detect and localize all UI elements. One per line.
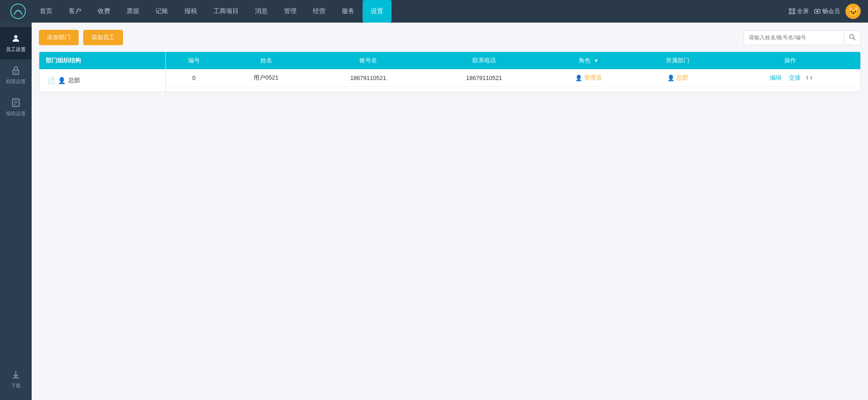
dept-file-icon: 📄 <box>47 77 55 84</box>
transfer-button[interactable]: 交接 <box>789 74 801 81</box>
search-input[interactable] <box>744 32 844 43</box>
col-id: 编号 <box>166 52 222 69</box>
fullscreen-icon <box>789 8 795 14</box>
sidebar-item-download[interactable]: 下载 <box>9 363 23 395</box>
fullscreen-button[interactable]: 全屏 <box>789 7 809 15</box>
nav-home[interactable]: 首页 <box>32 0 61 23</box>
logo <box>5 0 32 23</box>
top-nav: 首页 客户 收费 票据 记账 报税 工商项目 消息 管理 经营 服务 设置 全屏 <box>0 0 868 23</box>
sidebar-item-employee[interactable]: 员工设置 <box>0 27 32 59</box>
dept-tree: 部门组织结构 📄 👤 总部 <box>39 52 166 92</box>
sidebar-download-label: 下载 <box>11 382 21 389</box>
nav-tax[interactable]: 报税 <box>176 0 205 23</box>
nav-fee[interactable]: 收费 <box>90 0 118 23</box>
svg-point-6 <box>816 10 818 12</box>
svg-rect-2 <box>793 9 795 10</box>
row-scroll-arrows: ⬆⬇ <box>805 75 813 80</box>
sidebar-bottom: 下载 <box>9 363 23 395</box>
employee-icon <box>11 33 21 43</box>
cell-role: 👤 管理员 <box>542 69 635 87</box>
col-name: 姓名 <box>222 52 310 69</box>
svg-line-15 <box>853 38 855 40</box>
dept-user-icon-row: 👤 <box>667 75 675 81</box>
role-user-icon: 👤 <box>575 75 582 81</box>
col-role: 角色 ▼ <box>542 52 635 69</box>
nav-message[interactable]: 消息 <box>247 0 276 23</box>
nav-bookkeeping[interactable]: 记账 <box>147 0 176 23</box>
cell-phone: 18679110521 <box>426 69 542 87</box>
cell-dept: 👤 总部 <box>635 69 720 87</box>
col-account: 账号名 <box>310 52 426 69</box>
dept-tree-item-general[interactable]: 📄 👤 总部 <box>44 74 161 87</box>
nav-business[interactable]: 工商项目 <box>205 0 247 23</box>
fullscreen-label: 全屏 <box>797 7 809 15</box>
nav-customer[interactable]: 客户 <box>61 0 90 23</box>
employee-data-table: 编号 姓名 账号名 联系电话 角色 ▼ 所属部门 操作 <box>166 52 860 87</box>
member-button[interactable]: 畅会员 <box>814 7 840 15</box>
dept-tree-body: 📄 👤 总部 <box>39 69 165 92</box>
role-badge: 👤 管理员 <box>547 74 630 82</box>
employee-table: 编号 姓名 账号名 联系电话 角色 ▼ 所属部门 操作 <box>166 52 860 92</box>
download-icon <box>11 370 21 380</box>
permission-icon <box>11 66 21 75</box>
user-avatar[interactable]: 🐱 <box>845 4 861 19</box>
svg-rect-3 <box>789 12 791 14</box>
nav-invoice[interactable]: 票据 <box>118 0 147 23</box>
cell-account: 18679110521 <box>310 69 426 87</box>
nav-operation[interactable]: 经营 <box>305 0 334 23</box>
nav-settings[interactable]: 设置 <box>363 0 392 23</box>
col-action: 操作 <box>720 52 860 69</box>
table-row: 0 用户0521 18679110521 18679110521 👤 管理员 <box>166 69 860 87</box>
toolbar: 添加部门 添加员工 <box>39 30 861 45</box>
sidebar-tax-label: 报税设置 <box>6 110 26 117</box>
nav-right: 全屏 畅会员 🐱 <box>789 4 861 19</box>
member-label: 畅会员 <box>822 7 840 15</box>
col-phone: 联系电话 <box>426 52 542 69</box>
search-button[interactable] <box>844 31 860 45</box>
col-dept: 所属部门 <box>635 52 720 69</box>
sidebar-permission-label: 权限设置 <box>6 78 26 85</box>
sidebar: 员工设置 权限设置 报税设置 <box>0 23 32 400</box>
cell-id: 0 <box>166 69 222 87</box>
dept-badge: 👤 总部 <box>641 74 715 82</box>
content-area: 添加部门 添加员工 部门组织结构 📄 👤 <box>32 23 868 400</box>
table-container: 部门组织结构 📄 👤 总部 编号 姓名 账号名 <box>39 52 861 92</box>
sidebar-item-permission[interactable]: 权限设置 <box>0 59 32 91</box>
cell-actions: 编辑 交接 ⬆⬇ <box>720 69 860 87</box>
dept-user-icon: 👤 <box>58 77 66 84</box>
svg-rect-4 <box>793 12 795 14</box>
table-body: 0 用户0521 18679110521 18679110521 👤 管理员 <box>166 69 860 87</box>
search-box <box>744 30 861 45</box>
role-filter-icon[interactable]: ▼ <box>594 58 599 63</box>
member-icon <box>814 8 821 14</box>
dept-tree-header: 部门组织结构 <box>39 52 165 69</box>
logo-icon <box>10 3 26 19</box>
nav-service[interactable]: 服务 <box>334 0 363 23</box>
edit-button[interactable]: 编辑 <box>770 74 782 81</box>
svg-point-9 <box>15 71 17 73</box>
nav-items: 首页 客户 收费 票据 记账 报税 工商项目 消息 管理 经营 服务 设置 <box>32 0 789 23</box>
tax-icon <box>11 98 21 108</box>
svg-point-0 <box>11 4 25 19</box>
cell-name: 用户0521 <box>222 69 310 87</box>
sidebar-employee-label: 员工设置 <box>6 46 26 53</box>
search-icon <box>849 33 856 41</box>
add-dept-button[interactable]: 添加部门 <box>39 30 79 45</box>
table-header-row: 编号 姓名 账号名 联系电话 角色 ▼ 所属部门 操作 <box>166 52 860 69</box>
main-layout: 员工设置 权限设置 报税设置 <box>0 23 868 400</box>
add-employee-button[interactable]: 添加员工 <box>83 30 123 45</box>
svg-point-7 <box>14 35 17 38</box>
dept-name-general: 总部 <box>68 76 80 85</box>
sidebar-item-tax[interactable]: 报税设置 <box>0 91 32 123</box>
svg-rect-1 <box>789 9 791 10</box>
nav-manage[interactable]: 管理 <box>276 0 305 23</box>
